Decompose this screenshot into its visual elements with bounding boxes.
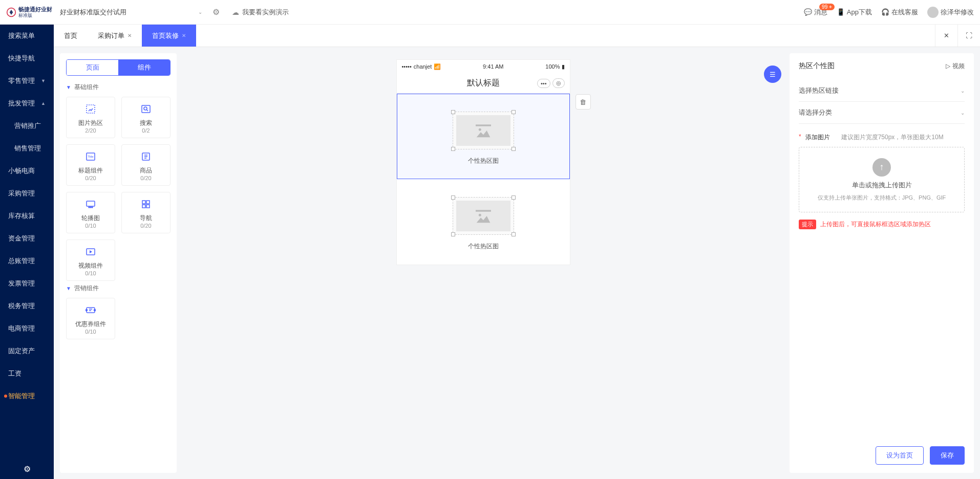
sidebar-item[interactable]: 电商管理 — [0, 317, 54, 340]
settings-icon[interactable]: ⚙ — [212, 7, 220, 17]
sidebar-footer: ⚙ — [0, 459, 54, 479]
demo-link[interactable]: ☁ 我要看实例演示 — [232, 8, 289, 17]
component-card-name: 商品 — [122, 166, 170, 175]
component-card[interactable]: Title标题组件0/20 — [66, 144, 115, 186]
tab-label: 采购订单 — [98, 31, 124, 40]
select-link-label: 选择热区链接 — [799, 86, 839, 95]
sidebar-item[interactable]: 库存核算 — [0, 205, 54, 227]
sidebar-item[interactable]: 销售管理 — [0, 137, 54, 160]
tab-expand-icon[interactable]: ⛶ — [957, 25, 980, 47]
sidebar-item-label: 快捷导航 — [8, 54, 35, 63]
caret-down-icon: ▼ — [66, 84, 71, 90]
svg-point-8 — [89, 207, 90, 208]
component-card[interactable]: 搜索0/2 — [121, 97, 171, 138]
tab[interactable]: 首页 — [54, 25, 88, 47]
select-hotspot-link[interactable]: 选择热区链接 ⌄ — [799, 80, 965, 102]
close-icon[interactable]: ✕ — [182, 33, 186, 38]
sidebar-item-label: 搜索菜单 — [8, 31, 35, 40]
group-basic-header[interactable]: ▼ 基础组件 — [66, 83, 171, 92]
cloud-icon: ☁ — [232, 8, 239, 16]
trial-label: 好业财标准版交付试用 — [60, 8, 126, 17]
sidebar-item[interactable]: 总账管理 — [0, 250, 54, 272]
group-marketing-header[interactable]: ▼ 营销组件 — [66, 284, 171, 293]
tab-label: 首页装修 — [152, 31, 179, 40]
sidebar-item[interactable]: 零售管理▼ — [0, 70, 54, 92]
group-basic-label: 基础组件 — [74, 83, 99, 92]
component-card-count: 2/20 — [67, 127, 115, 134]
app-label: App下载 — [847, 8, 872, 17]
sidebar-item[interactable]: 发票管理 — [0, 272, 54, 295]
user-menu[interactable]: 徐泽华修改 — [927, 7, 974, 18]
sidebar-item-label: 总账管理 — [8, 256, 35, 266]
component-card-name: 搜索 — [122, 119, 170, 127]
brand-title: 畅捷通好业财 — [18, 7, 52, 12]
chevron-down-icon: ⌄ — [961, 110, 965, 116]
sidebar-item[interactable]: 采购管理 — [0, 182, 54, 205]
canvas-menu-fab[interactable]: ☰ — [764, 66, 781, 83]
more-icon[interactable]: ••• — [537, 79, 550, 88]
close-icon[interactable]: ✕ — [127, 33, 132, 38]
component-card[interactable]: 优惠券组件0/10 — [66, 298, 115, 339]
sidebar-item-label: 库存核算 — [8, 211, 35, 221]
upload-dropzone[interactable]: ↑ 单击或拖拽上传图片 仅支持上传单张图片，支持格式：JPG、PNG、GIF — [799, 147, 965, 212]
svg-point-18 — [94, 310, 96, 311]
sidebar-settings-icon[interactable]: ⚙ — [24, 465, 31, 473]
delete-block-button[interactable]: 🗑 — [576, 94, 591, 110]
tab[interactable]: 首页装修✕ — [142, 25, 196, 47]
online-service-action[interactable]: 🎧 在线客服 — [881, 8, 918, 17]
tab[interactable]: 采购订单✕ — [88, 25, 142, 47]
component-card-icon — [82, 303, 99, 317]
page-title: 默认标题 — [467, 78, 500, 89]
sidebar-item[interactable]: 快捷导航 — [0, 47, 54, 70]
hotspot-block-2[interactable]: 个性热区图 — [397, 179, 570, 265]
component-card-icon — [137, 150, 155, 163]
sidebar-item[interactable]: 搜索菜单 — [0, 25, 54, 47]
top-header: 畅捷通好业财 标准版 好业财标准版交付试用 ⌄ ⚙ ☁ 我要看实例演示 💬 消息… — [0, 0, 980, 25]
sidebar-item[interactable]: 营销推广 — [0, 115, 54, 137]
set-home-button[interactable]: 设为首页 — [876, 446, 924, 465]
upload-sub: 仅支持上传单张图片，支持格式：JPG、PNG、GIF — [818, 194, 946, 202]
sidebar-item[interactable]: 批发管理▲ — [0, 92, 54, 115]
palette-switch: 页面 组件 — [66, 59, 171, 76]
target-icon[interactable]: ◎ — [552, 78, 565, 88]
signal-icon: ••••• — [402, 63, 412, 70]
mobile-icon: 📱 — [837, 8, 845, 16]
component-card-name: 标题组件 — [67, 166, 115, 175]
sidebar-item-label: 固定资产 — [8, 346, 35, 356]
svg-rect-13 — [142, 205, 145, 208]
add-image-label: 添加图片 — [805, 133, 830, 142]
svg-point-20 — [478, 128, 481, 131]
save-button[interactable]: 保存 — [930, 446, 965, 465]
battery-icon: ▮ — [562, 63, 565, 70]
component-card[interactable]: 商品0/20 — [121, 144, 171, 186]
tab-close-all-icon[interactable]: ✕ — [935, 25, 957, 47]
component-card[interactable]: 视频组件0/10 — [66, 239, 115, 281]
component-card[interactable]: 图片热区2/20 — [66, 97, 115, 138]
sidebar-item[interactable]: 税务管理 — [0, 295, 54, 317]
component-card-count: 0/10 — [67, 223, 115, 229]
brand-icon — [6, 7, 16, 17]
header-actions: 💬 消息 99 + 📱 App下载 🎧 在线客服 徐泽华修改 — [804, 7, 974, 18]
sidebar-item-label: 营销推广 — [14, 121, 41, 130]
trial-dropdown[interactable]: 好业财标准版交付试用 ⌄ — [60, 8, 202, 17]
sidebar-item[interactable]: 智能管理 — [0, 385, 54, 407]
block-1-label: 个性热区图 — [397, 157, 569, 165]
app-download-action[interactable]: 📱 App下载 — [837, 8, 872, 17]
svg-point-17 — [86, 310, 88, 311]
sidebar-item[interactable]: 固定资产 — [0, 340, 54, 362]
hotspot-block-1[interactable]: 🗑 个性热区图 — [397, 94, 570, 179]
component-card[interactable]: 导航0/20 — [121, 192, 171, 233]
sidebar-item[interactable]: 工资 — [0, 362, 54, 385]
select-category[interactable]: 请选择分类 ⌄ — [799, 102, 965, 124]
demo-label: 我要看实例演示 — [242, 8, 289, 17]
component-card[interactable]: 轮播图0/10 — [66, 192, 115, 233]
messages-action[interactable]: 💬 消息 99 + — [804, 8, 827, 17]
video-help-link[interactable]: ▷ 视频 — [946, 62, 965, 71]
component-card-count: 0/20 — [67, 175, 115, 181]
switch-page[interactable]: 页面 — [67, 60, 118, 75]
image-hint: 建议图片宽度750px，单张图最大10M — [841, 133, 944, 142]
sidebar-item[interactable]: 小畅电商 — [0, 160, 54, 182]
sidebar-item[interactable]: 资金管理 — [0, 227, 54, 250]
brand-logo: 畅捷通好业财 标准版 — [6, 7, 54, 18]
switch-component[interactable]: 组件 — [118, 60, 170, 75]
